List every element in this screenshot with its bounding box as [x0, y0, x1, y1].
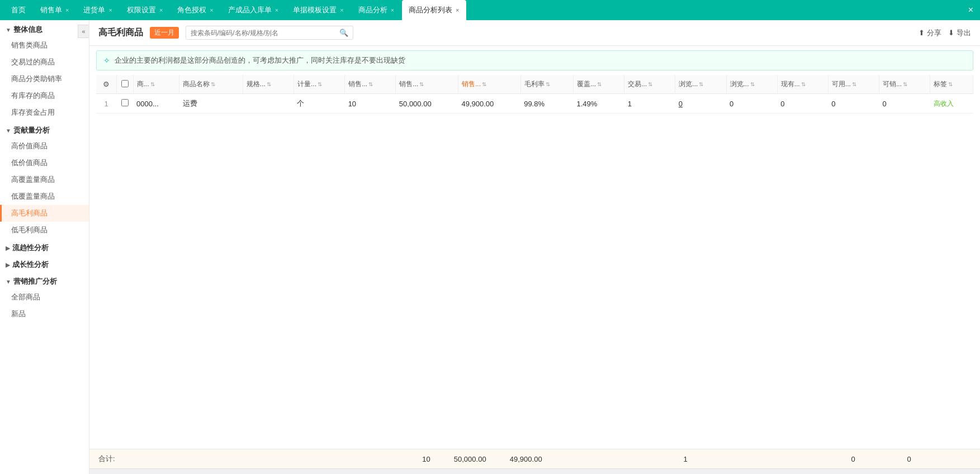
- select-all-checkbox[interactable]: [121, 80, 129, 87]
- table-header-row: ⚙ 商...⇅ 商品名称⇅ 规格...⇅ 计量...⇅ 销售...⇅ 销售...…: [96, 75, 973, 94]
- table-row: 1 0000... 运费 个 10 50,000.00 49,900.00 99…: [96, 94, 973, 114]
- sidebar-item-all-goods[interactable]: 全部商品: [0, 289, 89, 306]
- cell-margin-rate: 99.8%: [520, 94, 573, 114]
- horizontal-scrollbar[interactable]: [89, 468, 980, 474]
- cell-view1[interactable]: 0: [675, 94, 726, 114]
- sidebar-group-contribution[interactable]: ▼ 贡献量分析: [0, 121, 89, 138]
- cell-unit: 个: [293, 94, 344, 114]
- sidebar-item-stock-capital[interactable]: 库存资金占用: [0, 104, 89, 121]
- group-arrow-trend: ▶: [6, 245, 10, 251]
- sidebar-item-sales-goods[interactable]: 销售类商品: [0, 37, 89, 54]
- sidebar-item-stocked-goods[interactable]: 有库存的商品: [0, 87, 89, 104]
- sidebar-item-high-value[interactable]: 高价值商品: [0, 138, 89, 154]
- total-sales-qty: 10: [386, 455, 430, 463]
- col-coverage[interactable]: 覆盖...⇅: [574, 75, 624, 94]
- main-content: 高毛利商品 近一月 🔍 ⬆ 分享 ⬇ 导出 ✧: [89, 20, 980, 474]
- date-filter-button[interactable]: 近一月: [150, 27, 179, 39]
- sidebar-group-growth[interactable]: ▶ 成长性分析: [0, 255, 89, 272]
- col-checkbox[interactable]: [116, 75, 133, 94]
- col-current-stock[interactable]: 现有...⇅: [777, 75, 828, 94]
- col-available-stock[interactable]: 可用...⇅: [828, 75, 879, 94]
- col-tag[interactable]: 标签⇅: [930, 75, 973, 94]
- col-saleable-stock[interactable]: 可销...⇅: [879, 75, 930, 94]
- col-spec[interactable]: 规格...⇅: [243, 75, 293, 94]
- row-checkbox[interactable]: [121, 99, 129, 106]
- nav-item-permissions[interactable]: 权限设置 ×: [120, 0, 169, 20]
- cell-saleable-stock: 0: [879, 94, 930, 114]
- col-sales-amount[interactable]: 销售...⇅: [396, 75, 458, 94]
- sidebar-collapse-btn[interactable]: «: [78, 25, 89, 38]
- total-transaction: 1: [643, 455, 688, 463]
- cell-seq: 1: [96, 94, 116, 114]
- cell-spec: [243, 94, 293, 114]
- sidebar-group-overall[interactable]: ▼ 整体信息: [0, 20, 89, 37]
- cell-tag: 高收入: [930, 94, 973, 114]
- sidebar-group-trend[interactable]: ▶ 流趋性分析: [0, 238, 89, 255]
- total-sales-amount: 50,000.00: [442, 455, 486, 463]
- col-sales-qty[interactable]: 销售...⇅: [345, 75, 396, 94]
- search-box: 🔍: [186, 26, 353, 40]
- nav-item-purchase[interactable]: 进货单 ×: [77, 0, 119, 20]
- sidebar-item-traded-goods[interactable]: 交易过的商品: [0, 54, 89, 71]
- col-view1[interactable]: 浏览...⇅: [675, 75, 726, 94]
- nav-item-roles[interactable]: 角色授权 ×: [171, 0, 220, 20]
- nav-close-analysis-list[interactable]: ×: [456, 7, 459, 13]
- group-arrow-overall: ▼: [6, 27, 11, 33]
- sidebar-item-high-margin[interactable]: 高毛利商品: [0, 205, 89, 222]
- sidebar-item-high-coverage[interactable]: 高覆盖量商品: [0, 171, 89, 188]
- sidebar-item-low-margin[interactable]: 低毛利商品: [0, 222, 89, 238]
- col-settings[interactable]: ⚙: [96, 75, 116, 94]
- cell-coverage: 1.49%: [574, 94, 624, 114]
- nav-item-analysis[interactable]: 商品分析 ×: [352, 0, 401, 20]
- cell-name: 运费: [179, 94, 243, 114]
- nav-close-all[interactable]: ×: [968, 5, 973, 15]
- search-icon: 🔍: [339, 29, 348, 37]
- col-name[interactable]: 商品名称⇅: [179, 75, 243, 94]
- nav-close-permissions[interactable]: ×: [159, 7, 163, 13]
- info-banner: ✧ 企业的主要的利润都是这部分商品创造的，可考虑加大推广，同时关注库存是不要出现…: [96, 50, 973, 71]
- nav-close-sales[interactable]: ×: [65, 7, 69, 13]
- view1-link[interactable]: 0: [679, 100, 683, 108]
- sidebar-item-new-goods[interactable]: 新品: [0, 306, 89, 322]
- cell-transaction: 1: [624, 94, 675, 114]
- tag-high-income: 高收入: [934, 100, 954, 107]
- sidebar-group-marketing[interactable]: ▼ 营销推广分析: [0, 272, 89, 289]
- sidebar-item-category-rate[interactable]: 商品分类助销率: [0, 71, 89, 87]
- nav-close-purchase[interactable]: ×: [108, 7, 112, 13]
- nav-item-home[interactable]: 首页: [4, 0, 32, 20]
- cell-view2: 0: [726, 94, 777, 114]
- search-button[interactable]: 🔍: [335, 26, 353, 39]
- group-arrow-growth: ▶: [6, 262, 10, 268]
- page-title: 高毛利商品: [98, 27, 143, 39]
- sidebar-item-low-value[interactable]: 低价值商品: [0, 154, 89, 171]
- nav-item-inventory[interactable]: 产成品入库单 ×: [221, 0, 285, 20]
- sidebar-item-low-coverage[interactable]: 低覆盖量商品: [0, 188, 89, 205]
- nav-close-roles[interactable]: ×: [210, 7, 213, 13]
- cell-checkbox[interactable]: [116, 94, 133, 114]
- nav-close-inventory[interactable]: ×: [275, 7, 278, 13]
- nav-close-analysis[interactable]: ×: [391, 7, 394, 13]
- col-unit[interactable]: 计量...⇅: [293, 75, 344, 94]
- footer-total: 合计: 10 50,000.00 49,900.00 1 0 0: [89, 449, 980, 468]
- col-margin-rate[interactable]: 毛利率⇅: [520, 75, 573, 94]
- col-code[interactable]: 商...⇅: [133, 75, 179, 94]
- search-input[interactable]: [186, 27, 335, 39]
- nav-item-templates[interactable]: 单据模板设置 ×: [286, 0, 350, 20]
- sidebar: « ▼ 整体信息 销售类商品 交易过的商品 商品分类助销率 有库存的商品 库存资…: [0, 20, 89, 474]
- nav-item-sales[interactable]: 销售单 ×: [34, 0, 75, 20]
- nav-item-analysis-list[interactable]: 商品分析列表 ×: [402, 0, 466, 20]
- data-table-wrapper[interactable]: ⚙ 商...⇅ 商品名称⇅ 规格...⇅ 计量...⇅ 销售...⇅ 销售...…: [96, 75, 973, 449]
- nav-close-templates[interactable]: ×: [340, 7, 343, 13]
- share-button[interactable]: ⬆ 分享: [919, 28, 941, 38]
- group-arrow-contribution: ▼: [6, 128, 11, 134]
- col-sales-cost[interactable]: 销售...⇅: [458, 75, 520, 94]
- data-table: ⚙ 商...⇅ 商品名称⇅ 规格...⇅ 计量...⇅ 销售...⇅ 销售...…: [96, 75, 973, 114]
- col-view2[interactable]: 浏览...⇅: [726, 75, 777, 94]
- cell-code: 0000...: [133, 94, 179, 114]
- top-navigation: 首页 销售单 × 进货单 × 权限设置 × 角色授权 × 产成品入库单 × 单据…: [0, 0, 980, 20]
- col-transaction[interactable]: 交易...⇅: [624, 75, 675, 94]
- group-arrow-marketing: ▼: [6, 279, 11, 285]
- export-button[interactable]: ⬇ 导出: [948, 28, 971, 38]
- share-icon: ⬆: [919, 29, 925, 37]
- cell-current-stock: 0: [777, 94, 828, 114]
